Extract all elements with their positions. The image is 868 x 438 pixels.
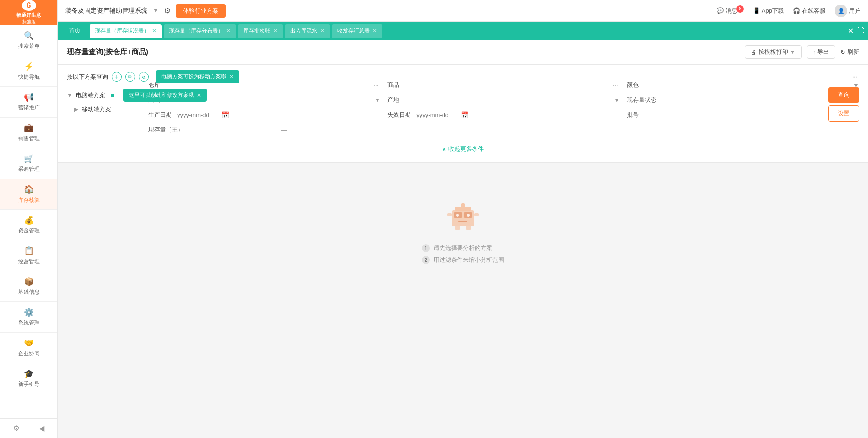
- tab-collect-summary-close[interactable]: ✕: [373, 28, 377, 34]
- sidebar-label-enterprise: 企业协同: [18, 350, 40, 358]
- tooltip-desktop-close[interactable]: ✕: [229, 74, 234, 80]
- phone-icon: 📱: [753, 7, 760, 14]
- operation-icon: 📋: [24, 246, 34, 256]
- add-scheme-btn[interactable]: +: [112, 72, 122, 82]
- settings-gear-icon[interactable]: ⚙: [164, 6, 170, 15]
- tab-in-out-flow[interactable]: 出入库流水 ✕: [285, 24, 330, 38]
- header-left: 装备及固定资产辅助管理系统 ▼ ⚙ 体验行业方案: [65, 4, 226, 18]
- sales-icon: 💼: [24, 123, 34, 133]
- refresh-btn[interactable]: ↻ 刷新: [840, 48, 859, 56]
- message-badge: 6: [736, 5, 744, 13]
- settings-bottom-btn[interactable]: ⚙: [13, 424, 19, 433]
- quick-nav-icon: ⚡: [24, 61, 34, 71]
- sidebar-bottom: ⚙ ◀: [0, 418, 57, 438]
- collapse-filter-btn[interactable]: ∧ 收起更多条件: [67, 141, 859, 157]
- tab-stock-status-label: 现存量（库存状况表）: [95, 27, 149, 35]
- tab-collect-summary[interactable]: 收发存汇总表 ✕: [332, 24, 382, 38]
- empty-state: 1 请先选择要分析的方案 2 用过滤条件来缩小分析范围: [58, 163, 868, 300]
- desktop-scheme-label[interactable]: 电脑端方案: [76, 91, 105, 99]
- sidebar-label-system: 系统管理: [18, 319, 40, 327]
- filter-area: 按以下方案查询 + ✏ « 电脑方案可设为移动方案哦 ✕ ··· ▼: [58, 65, 868, 163]
- tab-stock-batch-label: 库存批次账: [243, 27, 270, 35]
- main-area: 装备及固定资产辅助管理系统 ▼ ⚙ 体验行业方案 💬 消息 6 📱 App下载 …: [58, 0, 868, 438]
- finance-icon: 💰: [24, 215, 34, 225]
- sidebar-item-sales[interactable]: 💼 销售管理: [0, 118, 57, 148]
- sidebar-item-purchase[interactable]: 🛒 采购管理: [0, 148, 57, 179]
- export-label: 导出: [817, 48, 829, 56]
- export-btn[interactable]: ↑ 导出: [807, 45, 835, 59]
- print-btn[interactable]: 🖨 按模板打印 ▼: [745, 45, 802, 59]
- app-download-btn[interactable]: 📱 App下载: [753, 7, 784, 15]
- desktop-scheme-tooltip: 电脑方案可设为移动方案哦 ✕: [156, 70, 239, 83]
- sidebar-item-stock[interactable]: 🏠 库存核算: [0, 179, 57, 210]
- collapse-up-icon: ∧: [442, 146, 447, 153]
- empty-illustration: [445, 199, 481, 235]
- sidebar-item-enterprise[interactable]: 🤝 企业协同: [0, 333, 57, 363]
- sidebar-item-basic[interactable]: 📦 基础信息: [0, 271, 57, 302]
- edit-scheme-btn[interactable]: ✏: [125, 72, 135, 82]
- sidebar-item-quick-nav[interactable]: ⚡ 快捷导航: [0, 56, 57, 87]
- user-btn[interactable]: 👤 用户: [835, 5, 861, 17]
- dropdown-arrow[interactable]: ▼: [153, 7, 159, 14]
- online-service-btn[interactable]: 🎧 在线客服: [793, 7, 826, 15]
- mobile-scheme-label[interactable]: 移动端方案: [82, 105, 111, 113]
- svg-rect-5: [458, 221, 467, 222]
- create-tooltip-wrapper: 这里可以创建和修改方案哦 ✕: [123, 89, 207, 102]
- tab-stock-dist[interactable]: 现存量（库存分布表） ✕: [164, 24, 236, 38]
- search-button[interactable]: 查询: [828, 87, 859, 103]
- sidebar-label-finance: 资金管理: [18, 227, 40, 235]
- logo-text: 畅通好生意: [16, 12, 41, 19]
- scheme-list-area: ▼ 电脑端方案 这里可以创建和修改方案哦 ✕: [67, 89, 859, 113]
- sidebar-item-guide[interactable]: 🎓 新手引导: [0, 363, 57, 394]
- page-content: 现存量查询(按仓库+商品) 🖨 按模板打印 ▼ ↑ 导出 ↻ 刷新: [58, 40, 868, 438]
- tab-collect-summary-label: 收发存汇总表: [337, 27, 370, 35]
- sidebar-item-operation[interactable]: 📋 经营管理: [0, 240, 57, 271]
- svg-rect-8: [447, 213, 452, 216]
- sidebar-item-search[interactable]: 🔍 搜索菜单: [0, 25, 57, 56]
- set-button[interactable]: 设置: [828, 105, 859, 122]
- svg-point-4: [467, 214, 470, 217]
- page-title: 现存量查询(按仓库+商品): [67, 47, 148, 57]
- sidebar-item-system[interactable]: ⚙️ 系统管理: [0, 302, 57, 333]
- tab-stock-batch-close[interactable]: ✕: [273, 28, 278, 34]
- industry-btn[interactable]: 体验行业方案: [176, 4, 226, 18]
- prev-scheme-btn[interactable]: «: [139, 72, 149, 82]
- page-header: 现存量查询(按仓库+商品) 🖨 按模板打印 ▼ ↑ 导出 ↻ 刷新: [58, 40, 868, 65]
- warehouse-more-btn[interactable]: ···: [372, 82, 380, 89]
- tab-bar-actions: ✕ ⛶: [848, 27, 864, 35]
- app-download-label: App下载: [762, 7, 784, 15]
- product-more-btn[interactable]: ···: [611, 82, 620, 89]
- collapse-sidebar-btn[interactable]: ◀: [39, 424, 44, 433]
- tab-fullscreen-btn[interactable]: ⛶: [857, 27, 864, 35]
- filter-row-4: 现存量（主） —: [148, 126, 859, 136]
- tab-stock-status-close[interactable]: ✕: [152, 28, 156, 34]
- tip-text-2: 用过滤条件来缩小分析范围: [434, 256, 504, 264]
- user-label: 用户: [849, 7, 861, 15]
- tab-close-all-btn[interactable]: ✕: [848, 27, 854, 35]
- sidebar-label-stock: 库存核算: [18, 196, 40, 204]
- message-icon: 💬: [717, 7, 724, 14]
- sidebar-label-purchase: 采购管理: [18, 165, 40, 173]
- system-icon: ⚙️: [24, 307, 34, 317]
- tab-stock-batch[interactable]: 库存批次账 ✕: [238, 24, 283, 38]
- sidebar-item-finance[interactable]: 💰 资金管理: [0, 210, 57, 240]
- scheme-collapse-icon: ▼: [67, 92, 72, 99]
- print-dropdown-icon: ▼: [790, 49, 796, 56]
- svg-point-3: [456, 214, 459, 217]
- tooltip-desktop-text: 电脑方案可设为移动方案哦: [161, 73, 226, 80]
- sidebar-item-marketing[interactable]: 📢 营销推广: [0, 87, 57, 118]
- search-icon: 🔍: [24, 31, 34, 41]
- search-btn-area: 查询 设置: [828, 87, 859, 122]
- tip-num-1: 1: [422, 244, 430, 252]
- tip-text-1: 请先选择要分析的方案: [434, 244, 492, 252]
- message-btn[interactable]: 💬 消息 6: [717, 7, 744, 15]
- header-right: 💬 消息 6 📱 App下载 🎧 在线客服 👤 用户: [717, 5, 861, 17]
- tab-in-out-flow-close[interactable]: ✕: [320, 28, 325, 34]
- tooltip-create-close[interactable]: ✕: [197, 92, 201, 99]
- tab-home[interactable]: 首页: [61, 24, 88, 38]
- more-options-btn[interactable]: ···: [850, 73, 859, 80]
- logo-icon: 6: [22, 0, 36, 11]
- tab-stock-status[interactable]: 现存量（库存状况表） ✕: [90, 24, 162, 38]
- svg-rect-11: [466, 226, 471, 230]
- tab-stock-dist-close[interactable]: ✕: [226, 28, 231, 34]
